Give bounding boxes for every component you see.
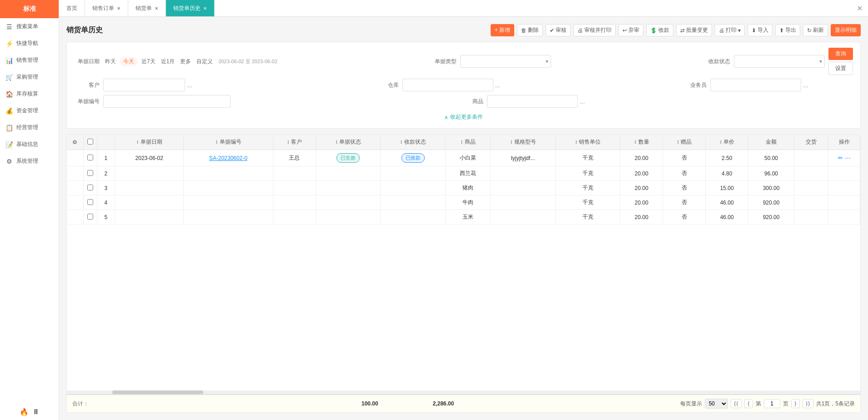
customer-input[interactable] xyxy=(103,79,185,91)
tab-sales-history[interactable]: 销货单历史 ✕ xyxy=(166,0,215,16)
th-customer[interactable]: ↕ 客户 xyxy=(273,135,316,150)
new-button[interactable]: + 新增 xyxy=(491,24,514,36)
show-detail-button[interactable]: 显示明细 xyxy=(831,24,861,36)
td-doc-status xyxy=(316,195,381,210)
td-check[interactable] xyxy=(83,150,97,166)
close-all-tabs-button[interactable]: ✕ xyxy=(851,4,868,13)
scrollbar-thumb[interactable] xyxy=(112,390,203,394)
row-checkbox-3[interactable] xyxy=(87,199,93,205)
salesperson-select-icon[interactable]: ... xyxy=(803,81,808,89)
td-check[interactable] xyxy=(83,166,97,181)
th-date[interactable]: ↕ 单据日期 xyxy=(115,135,184,150)
th-gear[interactable]: ⚙ xyxy=(67,135,83,150)
more-btn[interactable]: ⋯ xyxy=(844,154,852,162)
refresh-button[interactable]: ↻ 刷新 xyxy=(803,24,828,36)
th-doc-no[interactable]: ↕ 单据编号 xyxy=(184,135,273,150)
shortcut-1month[interactable]: 近1月 xyxy=(159,57,177,66)
approve-print-button[interactable]: 🖨 审核并打印 xyxy=(573,24,616,36)
salesperson-input[interactable] xyxy=(710,79,801,91)
goods-select-icon[interactable]: ... xyxy=(580,98,585,105)
collapse-filter-button[interactable]: ∧ 收起更多条件 xyxy=(74,111,853,123)
td-actions[interactable] xyxy=(828,166,860,181)
th-doc-status[interactable]: ↕ 单据状态 xyxy=(316,135,381,150)
batch-change-button[interactable]: ⇄ 批量变更 xyxy=(676,24,712,36)
doc-number-input[interactable] xyxy=(103,95,231,108)
td-gear xyxy=(67,166,83,181)
td-check[interactable] xyxy=(83,195,97,210)
tab-sales-order[interactable]: 销售订单 ✕ xyxy=(85,0,128,16)
th-qty[interactable]: ↕ 数量 xyxy=(620,135,663,150)
doc-type-select[interactable] xyxy=(460,55,551,68)
sidebar-item-quick-nav[interactable]: ⚡ 快捷导航 xyxy=(0,35,59,52)
row-checkbox-0[interactable] xyxy=(87,155,93,160)
td-check[interactable] xyxy=(83,181,97,195)
tab-home-label: 首页 xyxy=(66,5,77,12)
shortcut-today[interactable]: 今天 xyxy=(120,57,138,66)
sidebar-item-sys-mgmt[interactable]: ⚙ 系统管理 xyxy=(0,153,59,170)
sidebar-item-basic-info[interactable]: 📝 基础信息 xyxy=(0,136,59,153)
sidebar-item-inventory[interactable]: 🏠 库存核算 xyxy=(0,85,59,102)
page-input[interactable] xyxy=(764,399,780,408)
doc-no-link[interactable]: SA-20230602-0 xyxy=(209,155,247,161)
pause-icon[interactable]: ⏸ xyxy=(32,408,40,416)
print-button[interactable]: 🖨 打印 ▾ xyxy=(715,24,745,36)
table-scroll[interactable]: ⚙ ↕ 单据日期 ↕ 单据编号 ↕ 客户 ↕ 单据状态 ↕ 收款状态 ↕ 商品 … xyxy=(67,135,860,390)
payment-status-select[interactable] xyxy=(734,55,825,68)
edit-btn[interactable]: ✏ xyxy=(837,154,844,162)
tab-sales-history-close[interactable]: ✕ xyxy=(203,6,207,11)
approve-button[interactable]: ✔ 审核 xyxy=(546,24,571,36)
td-actions[interactable] xyxy=(828,210,860,225)
shortcut-7days[interactable]: 近7天 xyxy=(140,57,157,66)
tab-sales-goods[interactable]: 销货单 ✕ xyxy=(128,0,166,16)
export-button[interactable]: ⬆ 导出 xyxy=(775,24,800,36)
last-page-btn[interactable]: ⟩⟩ xyxy=(803,399,813,408)
tab-sales-order-close[interactable]: ✕ xyxy=(117,6,120,11)
per-page-select[interactable]: 50 100 200 xyxy=(705,399,728,409)
next-page-btn[interactable]: ⟩ xyxy=(791,399,800,408)
th-pay-status[interactable]: ↕ 收款状态 xyxy=(381,135,446,150)
sidebar-item-purchase-mgmt[interactable]: 🛒 采购管理 xyxy=(0,69,59,85)
th-spec[interactable]: ↕ 规格型号 xyxy=(491,135,556,150)
first-page-btn[interactable]: ⟨⟨ xyxy=(731,399,742,408)
td-actions[interactable] xyxy=(828,195,860,210)
import-button[interactable]: ⬇ 导入 xyxy=(748,24,773,36)
warehouse-input[interactable] xyxy=(402,79,493,91)
sidebar-item-finance[interactable]: 💰 资金管理 xyxy=(0,102,59,119)
td-goods: 西兰花 xyxy=(445,166,490,181)
th-price[interactable]: ↕ 单价 xyxy=(706,135,748,150)
sidebar-item-search-menu[interactable]: ☰ 搜索菜单 xyxy=(0,18,59,35)
td-actions[interactable] xyxy=(828,181,860,195)
th-gift[interactable]: ↕ 赠品 xyxy=(663,135,706,150)
sidebar-item-sales-mgmt[interactable]: 📊 销售管理 xyxy=(0,52,59,69)
shortcut-custom[interactable]: 自定义 xyxy=(195,57,215,66)
row-checkbox-1[interactable] xyxy=(87,170,93,176)
td-actions[interactable]: ✏⋯ xyxy=(828,150,860,166)
tab-sales-goods-close[interactable]: ✕ xyxy=(155,6,158,11)
settings-button[interactable]: 设置 xyxy=(828,62,853,75)
goods-input[interactable] xyxy=(487,95,578,108)
th-goods[interactable]: ↕ 商品 xyxy=(445,135,490,150)
customer-select-icon[interactable]: ... xyxy=(187,81,192,89)
td-trade xyxy=(794,166,828,181)
fire-icon[interactable]: 🔥 xyxy=(20,408,29,416)
collect-button[interactable]: 💲 收款 xyxy=(646,24,673,36)
finance-icon: 💰 xyxy=(5,107,13,115)
abandon-button[interactable]: ↩ 弃审 xyxy=(618,24,643,36)
row-checkbox-4[interactable] xyxy=(87,214,93,220)
warehouse-select-icon[interactable]: ... xyxy=(495,81,501,89)
delete-button[interactable]: 🗑 删除 xyxy=(517,24,543,36)
shortcut-more[interactable]: 更多 xyxy=(178,57,193,66)
td-doc-no[interactable]: SA-20230602-0 xyxy=(184,150,273,166)
select-all-checkbox[interactable] xyxy=(87,139,93,145)
query-button[interactable]: 查询 xyxy=(828,48,853,60)
tab-home[interactable]: 首页 xyxy=(59,0,85,16)
sidebar-item-ops-mgmt[interactable]: 📋 经营管理 xyxy=(0,119,59,136)
horizontal-scrollbar[interactable] xyxy=(67,390,860,394)
prev-page-btn[interactable]: ⟨ xyxy=(744,399,753,408)
th-check[interactable] xyxy=(83,135,97,150)
th-unit[interactable]: ↕ 销售单位 xyxy=(555,135,620,150)
td-check[interactable] xyxy=(83,210,97,225)
shortcut-yesterday[interactable]: 昨天 xyxy=(103,57,118,66)
row-checkbox-2[interactable] xyxy=(87,185,93,190)
page-unit: 页 xyxy=(783,400,788,408)
